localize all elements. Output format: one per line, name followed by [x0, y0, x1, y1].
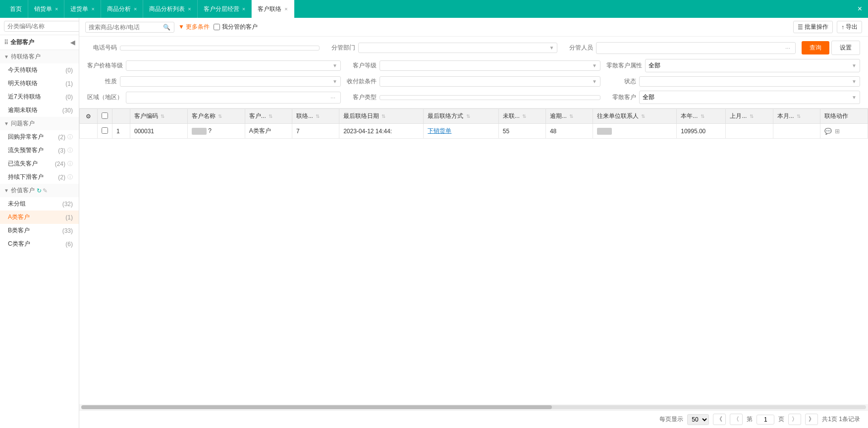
query-button[interactable]: 查询 — [802, 41, 829, 54]
col-this-year[interactable]: 本年... ⇅ — [677, 109, 726, 124]
col-no-contact[interactable]: 未联... ⇅ — [498, 109, 545, 124]
horizontal-scrollbar[interactable] — [79, 404, 868, 410]
nav-tab-purchase[interactable]: 进货单 × — [64, 0, 101, 18]
retail-customer-select[interactable]: 全部 ▼ — [639, 91, 860, 104]
col-overdue[interactable]: 逾期... ⇅ — [545, 109, 593, 124]
close-customer-layer-tab[interactable]: × — [242, 6, 245, 12]
refresh-icon[interactable]: ↻ — [37, 187, 42, 194]
sort-thismonth: ⇅ — [797, 113, 801, 119]
pagination: 每页显示 50 《 〈 第 页 〉 》 共1页 1条记录 — [79, 410, 868, 428]
region-input[interactable]: ··· — [126, 92, 341, 104]
cell-actions: 💬 ⊞ — [820, 124, 868, 139]
manager-dots[interactable]: ··· — [783, 45, 792, 52]
cell-seq: 1 — [112, 124, 130, 139]
export-button[interactable]: ↑ 导出 — [837, 21, 862, 33]
status-select[interactable]: ▼ — [639, 76, 860, 87]
payment-select[interactable]: ▼ — [380, 76, 600, 87]
page-number-input[interactable] — [757, 415, 774, 425]
manager-input[interactable]: ··· — [596, 42, 796, 54]
close-sales-tab[interactable]: × — [55, 6, 58, 12]
col-gear[interactable]: ⚙ — [80, 109, 98, 124]
my-customers-checkbox[interactable]: 我分管的客户 — [214, 23, 258, 31]
customer-type-input[interactable] — [380, 95, 600, 100]
close-goods-analysis-tab[interactable]: × — [134, 6, 137, 12]
col-contact[interactable]: 联络... ⇅ — [292, 109, 339, 124]
sidebar-item-unclassified[interactable]: 未分组 (32) — [0, 197, 79, 211]
main-search-icon[interactable]: 🔍 — [163, 24, 170, 31]
batch-ops-button[interactable]: ☰ 批量操作 — [793, 21, 833, 33]
sort-nocontact: ⇅ — [522, 113, 526, 119]
phone-input[interactable] — [120, 46, 320, 51]
edit-icon[interactable]: ✎ — [43, 187, 48, 194]
sidebar-item-a-class[interactable]: A类客户 (1) — [0, 211, 79, 224]
close-purchase-tab[interactable]: × — [91, 6, 94, 12]
filter-customer-type: 客户类型 — [347, 93, 600, 102]
nature-select[interactable]: ▼ — [120, 76, 341, 87]
col-last-contact-date[interactable]: 最后联络日期 ⇅ — [339, 109, 424, 124]
sidebar-item-overdue[interactable]: 逾期未联络 (30) — [0, 104, 79, 117]
col-unit-contact[interactable]: 往来单位联系人 ⇅ — [593, 109, 677, 124]
nav-tab-customer-contact[interactable]: 客户联络 × — [252, 0, 294, 18]
col-last-month[interactable]: 上月... ⇅ — [726, 109, 773, 124]
page-size-select[interactable]: 50 — [687, 414, 709, 425]
sort-code: ⇅ — [161, 113, 164, 119]
col-last-contact-method[interactable]: 最后联络方式 ⇅ — [424, 109, 498, 124]
nav-tab-goods-analysis[interactable]: 商品分析 × — [101, 0, 143, 18]
retail-attr-select[interactable]: 全部 ▼ — [645, 59, 860, 72]
sidebar-item-7days[interactable]: 近7天待联络 (0) — [0, 90, 79, 104]
prev-page-button[interactable]: 〈 — [730, 414, 743, 425]
region-dots[interactable]: ··· — [328, 94, 337, 101]
info-icon-4[interactable]: ⓘ — [67, 173, 73, 181]
chat-icon[interactable]: 💬 — [824, 128, 832, 135]
contact-method-link[interactable]: 下销货单 — [428, 127, 451, 134]
sidebar-item-tomorrow[interactable]: 明天待联络 (1) — [0, 77, 79, 90]
cell-this-year: 10995.00 — [677, 124, 726, 139]
close-goods-list-tab[interactable]: × — [188, 6, 191, 12]
first-page-button[interactable]: 《 — [713, 414, 726, 425]
col-seq — [112, 109, 130, 124]
gear-icon[interactable]: ⚙ — [86, 113, 91, 120]
settings-button[interactable]: 设置 — [831, 41, 860, 55]
dept-select[interactable]: ▼ — [358, 43, 558, 53]
col-customer-code[interactable]: 客户编码 ⇅ — [130, 109, 188, 124]
info-icon-1[interactable]: ⓘ — [67, 133, 73, 141]
sidebar-item-churned[interactable]: 已流失客户 (24) ⓘ — [0, 157, 79, 170]
section-problem-customers[interactable]: ▼ 问题客户 — [0, 117, 79, 130]
sidebar-all-customers[interactable]: ⠿ 全部客户 ◀ — [0, 35, 79, 50]
sidebar-item-repurchase-abnormal[interactable]: 回购异常客户 (2) ⓘ — [0, 130, 79, 144]
row-checkbox[interactable] — [102, 127, 108, 134]
section-pending-contact[interactable]: ▼ 待联络客户 — [0, 50, 79, 63]
select-all-checkbox[interactable] — [102, 112, 108, 119]
sort-name: ⇅ — [218, 113, 222, 119]
grid-icon[interactable]: ⊞ — [835, 128, 840, 135]
nav-tab-sales[interactable]: 销货单 × — [28, 0, 64, 18]
col-this-month[interactable]: 本月... ⇅ — [773, 109, 820, 124]
sidebar-search-input[interactable] — [4, 21, 79, 32]
table-container: ⚙ 客户编码 ⇅ 客户名称 ⇅ — [79, 108, 868, 404]
sidebar-item-churn-warning[interactable]: 流失预警客户 (3) ⓘ — [0, 144, 79, 157]
filter-nature: 性质 ▼ — [87, 76, 341, 87]
sort-method: ⇅ — [466, 113, 470, 119]
sidebar-item-b-class[interactable]: B类客户 (33) — [0, 224, 79, 237]
my-customers-check[interactable] — [214, 24, 220, 30]
sidebar-collapse-button[interactable]: ◀ — [70, 39, 75, 46]
price-grade-select[interactable]: ▼ — [126, 60, 341, 71]
col-customer-type[interactable]: 客户... ⇅ — [245, 109, 292, 124]
nav-tab-home[interactable]: 首页 — [4, 0, 28, 18]
close-customer-contact-tab[interactable]: × — [284, 6, 287, 12]
nav-tab-goods-list[interactable]: 商品分析列表 × — [143, 0, 197, 18]
more-conditions-button[interactable]: ▼ 更多条件 — [178, 23, 210, 31]
nav-tab-customer-layer[interactable]: 客户分层经营 × — [198, 0, 252, 18]
last-page-button[interactable]: 》 — [805, 414, 818, 425]
sidebar-item-today[interactable]: 今天待联络 (0) — [0, 63, 79, 77]
sidebar-item-c-class[interactable]: C类客户 (6) — [0, 237, 79, 251]
info-icon-3[interactable]: ⓘ — [67, 160, 73, 167]
info-icon-2[interactable]: ⓘ — [67, 147, 73, 154]
next-page-button[interactable]: 〉 — [788, 414, 801, 425]
close-all-button[interactable]: × — [856, 2, 864, 15]
col-customer-name[interactable]: 客户名称 ⇅ — [187, 109, 245, 124]
customer-grade-select[interactable]: ▼ — [380, 60, 600, 71]
sort-type: ⇅ — [269, 113, 272, 119]
sidebar-item-declining[interactable]: 持续下滑客户 (2) ⓘ — [0, 170, 79, 184]
main-search-input[interactable] — [89, 24, 163, 31]
